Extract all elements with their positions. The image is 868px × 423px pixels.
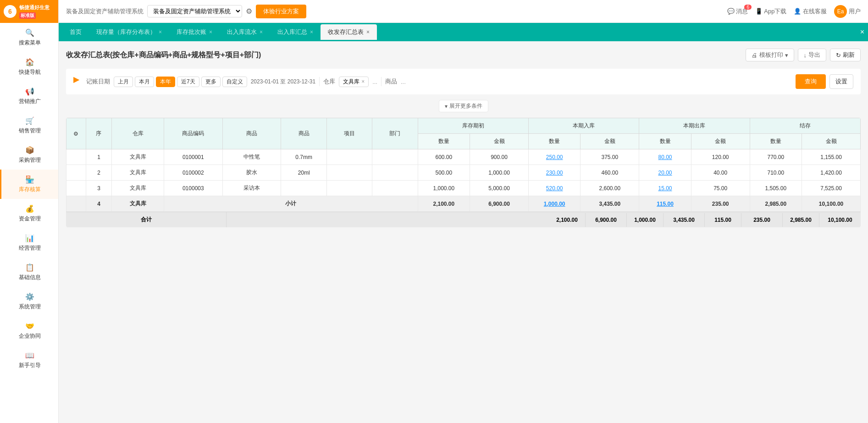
footer-out-qty: 115.00 [705,213,741,227]
cell-in-qty[interactable]: 250.00 [528,149,581,165]
date-btn-this-year[interactable]: 本年 [156,77,175,87]
cell-in-amount: 375.00 [581,149,639,165]
online-service-btn[interactable]: 👤 在线客服 [794,7,827,16]
cell-opening-amount: 1,000.00 [470,165,529,181]
table-group-header: ⚙ 序 仓库 商品编码 商品 商品 项目 部门 库存期初 本期入库 本期出库 结… [66,118,861,134]
page-content: 收发存汇总表(按仓库+商品编码+商品+规格型号+项目+部门) 🖨 模板打印 ▾ … [59,41,868,423]
sidebar-item-finance[interactable]: 💰 资金管理 [0,199,58,228]
table-subtotal-row: 4 文具库 小计 2,100.00 6,900.00 1,000.00 3,43… [66,196,861,212]
export-btn[interactable]: ↓ 导出 [798,49,827,61]
th-in: 本期入库 [528,118,639,134]
experience-btn[interactable]: 体验行业方案 [256,5,306,18]
cell-in-qty[interactable]: 1,000.00 [528,196,581,212]
table-footer: 合计 2,100.00 6,900.00 1,000.00 3,435.00 1… [66,212,861,227]
sidebar-item-purchase[interactable]: 📦 采购管理 [0,140,58,170]
cell-in-qty[interactable]: 230.00 [528,165,581,181]
tab-close-in-out-flow[interactable]: × [260,29,263,35]
cell-closing-qty: 1,505.00 [750,181,802,196]
tab-batch-ledger[interactable]: 库存批次账 × [169,24,220,40]
warehouse-tag[interactable]: 文具库 × [339,77,369,87]
cell-in-qty[interactable]: 520.00 [528,181,581,196]
sidebar-item-label: 企业协同 [19,332,41,340]
cell-out-qty[interactable]: 115.00 [639,196,691,212]
th-name: 商品 [222,118,281,149]
tab-close-batch-ledger[interactable]: × [209,29,212,35]
sidebar-item-marketing[interactable]: 📢 营销推广 [0,82,58,111]
cell-closing-amount: 7,525.00 [802,181,861,196]
cell-settings [66,196,86,212]
cell-opening-amount: 6,900.00 [470,196,529,212]
sidebar-item-business[interactable]: 📊 经营管理 [0,228,58,258]
business-icon: 📊 [25,234,34,242]
th-opening-amount: 金额 [470,134,529,149]
cell-dept [372,181,418,196]
refresh-btn[interactable]: ↻ 刷新 [830,49,861,61]
goods-more[interactable]: ... [401,78,406,85]
goods-label: 商品 [385,77,397,86]
date-btn-last-month[interactable]: 上月 [114,77,133,87]
date-btn-custom[interactable]: 自定义 [222,77,247,87]
settings-btn[interactable]: 设置 [829,74,853,89]
sidebar-item-system[interactable]: ⚙️ 系统管理 [0,287,58,316]
tab-close-stock-dist[interactable]: × [159,29,162,35]
tab-close-in-out-summary[interactable]: × [310,29,313,35]
warehouse-more[interactable]: ... [372,78,377,85]
cell-out-amount: 235.00 [691,196,750,212]
cell-warehouse: 文具库 [112,165,164,181]
sidebar-item-base[interactable]: 📋 基础信息 [0,258,58,287]
cell-opening-qty: 2,100.00 [418,196,470,212]
data-table-wrapper: ⚙ 序 仓库 商品编码 商品 商品 项目 部门 库存期初 本期入库 本期出库 结… [66,118,861,227]
tab-close-recv-send-summary[interactable]: × [366,29,370,35]
th-in-amount: 金额 [581,134,639,149]
tab-in-out-summary[interactable]: 出入库汇总 × [270,24,321,40]
cell-dept [372,165,418,181]
base-icon: 📋 [25,263,34,272]
tab-stock-dist[interactable]: 现存量（库存分布表） × [89,24,169,40]
gear-icon[interactable]: ⚙ [246,7,252,16]
header-right: 💬 消息 6 📱 App下载 👤 在线客服 Ea 用户 [727,5,861,18]
th-out-amount: 金额 [691,134,750,149]
message-btn[interactable]: 💬 消息 6 [727,7,748,16]
tab-recv-send-summary[interactable]: 收发存汇总表 × [321,24,377,40]
th-out-qty: 数量 [639,134,691,149]
tabs-close-all-btn[interactable]: × [860,28,864,36]
app-logo: 6 畅捷通好生意 标准版 [0,0,58,23]
date-btn-this-month[interactable]: 本月 [135,77,154,87]
cell-closing-qty: 770.00 [750,149,802,165]
expand-more-btn[interactable]: ▾ 展开更多条件 [439,100,488,112]
expand-section: ▾ 展开更多条件 [66,100,861,112]
cell-num: 3 [86,181,112,196]
page-title: 收发存汇总表(按仓库+商品编码+商品+规格型号+项目+部门) [66,50,261,60]
sidebar-item-enterprise[interactable]: 🤝 企业协同 [0,316,58,346]
warehouse-tag-close[interactable]: × [361,78,365,85]
sidebar-item-guide[interactable]: 📖 新手引导 [0,346,58,375]
cell-out-qty[interactable]: 80.00 [639,149,691,165]
sidebar-item-label: 经营管理 [19,244,41,252]
query-btn[interactable]: 查询 [796,74,826,89]
filter-toggle-btn[interactable]: ▶ [73,75,79,84]
date-btn-more[interactable]: 更多 [201,77,221,87]
cell-name: 中性笔 [222,149,281,165]
th-num: 序 [86,118,112,149]
cell-out-qty[interactable]: 20.00 [639,165,691,181]
sidebar-item-inventory[interactable]: 🏪 库存核算 [0,170,58,199]
logo-icon: 6 [4,5,17,18]
tab-in-out-flow[interactable]: 出入库流水 × [220,24,270,40]
print-btn[interactable]: 🖨 模板打印 ▾ [746,49,794,61]
cell-settings [66,165,86,181]
date-btn-7days[interactable]: 近7天 [177,77,199,87]
cell-num: 1 [86,149,112,165]
table-body: 1 文具库 0100001 中性笔 0.7mm 600.00 900.00 25… [66,149,861,212]
app-download-btn[interactable]: 📱 App下载 [755,7,786,16]
system-select[interactable]: 装备及固定资产辅助管理系统 [147,5,242,17]
footer-opening-qty: 2,100.00 [549,213,586,227]
table-row: 2 文具库 0100002 胶水 20ml 500.00 1,000.00 23… [66,165,861,181]
sidebar-item-quicknav[interactable]: 🏠 快捷导航 [0,52,58,82]
cell-warehouse: 文具库 [112,149,164,165]
marketing-icon: 📢 [25,87,34,96]
tab-home[interactable]: 首页 [62,24,89,40]
cell-out-qty[interactable]: 15.00 [639,181,691,196]
sidebar-item-sales[interactable]: 🛒 销售管理 [0,111,58,140]
user-avatar[interactable]: Ea 用户 [834,5,861,18]
sidebar-item-search[interactable]: 🔍 搜索菜单 [0,23,58,52]
